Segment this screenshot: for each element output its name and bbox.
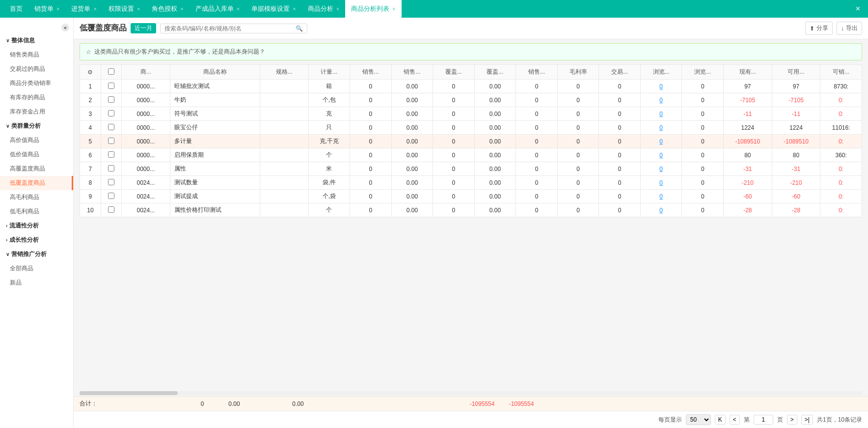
nav-item-产成品入库单[interactable]: 产成品入库单×: [190, 0, 245, 18]
cell-1[interactable]: [101, 203, 121, 217]
col-header-10[interactable]: 销售...: [516, 65, 558, 80]
cell-13[interactable]: 0: [640, 148, 682, 162]
cell-13[interactable]: 0: [640, 121, 682, 135]
row-checkbox[interactable]: [108, 83, 114, 89]
search-icon[interactable]: 🔍: [296, 25, 303, 32]
cell-1[interactable]: [101, 135, 121, 148]
cell-13[interactable]: 0: [640, 80, 682, 93]
nav-item-商品分析列表[interactable]: 商品分析列表×: [345, 0, 401, 18]
horizontal-scrollbar[interactable]: [80, 391, 862, 395]
sidebar-item-高价值商品[interactable]: 高价值商品: [0, 133, 73, 147]
col-header-5[interactable]: 计量...: [308, 65, 350, 80]
nav-item-单据模板设置[interactable]: 单据模板设置×: [245, 0, 301, 18]
nav-close-icon[interactable]: ×: [180, 6, 183, 12]
settings-icon[interactable]: ⚙: [87, 69, 93, 76]
cell-1[interactable]: [101, 93, 121, 107]
sidebar-section-营销推广分析[interactable]: ∨营销推广分析: [0, 247, 73, 261]
col-header-12[interactable]: 交易...: [599, 65, 641, 80]
cell-1[interactable]: [101, 107, 121, 121]
nav-close-icon[interactable]: ×: [237, 6, 240, 12]
next-page-button[interactable]: >: [787, 415, 797, 425]
row-checkbox[interactable]: [108, 179, 114, 185]
row-checkbox[interactable]: [108, 165, 114, 171]
cell-1[interactable]: [101, 176, 121, 190]
col-header-13[interactable]: 浏览...: [640, 65, 682, 80]
col-header-4[interactable]: 规格...: [260, 65, 308, 80]
nav-close-icon[interactable]: ×: [137, 6, 140, 12]
row-checkbox[interactable]: [108, 124, 114, 130]
col-header-3[interactable]: 商品名称: [170, 65, 260, 80]
col-header-15[interactable]: 现有...: [724, 65, 772, 80]
nav-item-进货单[interactable]: 进货单×: [65, 0, 102, 18]
row-checkbox[interactable]: [108, 110, 114, 116]
row-checkbox[interactable]: [108, 138, 114, 144]
col-header-17[interactable]: 可销...: [820, 65, 862, 80]
col-header-8[interactable]: 覆盖...: [433, 65, 475, 80]
sidebar-item-交易过的商品[interactable]: 交易过的商品: [0, 62, 73, 76]
cell-1[interactable]: [101, 148, 121, 162]
sidebar-section-整体信息[interactable]: ∨整体信息: [0, 33, 73, 48]
nav-close-icon[interactable]: ×: [93, 6, 96, 12]
cell-1[interactable]: [101, 80, 121, 93]
sidebar-item-高覆盖度商品[interactable]: 高覆盖度商品: [0, 162, 73, 176]
row-checkbox[interactable]: [108, 96, 114, 103]
nav-close-icon[interactable]: ×: [392, 6, 395, 12]
export-button[interactable]: ↓ 导出: [837, 22, 862, 35]
per-page-select[interactable]: 5020100: [686, 414, 711, 425]
col-header-16[interactable]: 可用...: [772, 65, 820, 80]
nav-item-首页[interactable]: 首页: [4, 0, 28, 18]
scrollbar-thumb[interactable]: [80, 391, 178, 395]
row-checkbox[interactable]: [108, 151, 114, 158]
cell-13[interactable]: 0: [640, 176, 682, 190]
col-header-9[interactable]: 覆盖...: [474, 65, 516, 80]
cell-13[interactable]: 0: [640, 190, 682, 203]
col-header-6[interactable]: 销售...: [350, 65, 392, 80]
window-close-button[interactable]: ×: [852, 4, 864, 13]
nav-close-icon[interactable]: ×: [56, 6, 59, 12]
sidebar-item-新品[interactable]: 新品: [0, 276, 73, 290]
sidebar-item-低毛利商品[interactable]: 低毛利商品: [0, 204, 73, 219]
cell-13[interactable]: 0: [640, 203, 682, 217]
nav-close-icon[interactable]: ×: [336, 6, 339, 12]
col-header-1[interactable]: [101, 65, 121, 80]
cell-1[interactable]: [101, 190, 121, 203]
sidebar-item-商品分类动销率[interactable]: 商品分类动销率: [0, 76, 73, 90]
first-page-button[interactable]: K: [715, 415, 726, 425]
row-checkbox[interactable]: [108, 193, 114, 199]
col-header-7[interactable]: 销售...: [391, 65, 433, 80]
nav-close-icon[interactable]: ×: [293, 6, 296, 12]
page-number-input[interactable]: [754, 415, 773, 425]
share-button[interactable]: ⬆ 分享: [805, 22, 833, 35]
row-checkbox[interactable]: [108, 206, 114, 213]
sidebar-item-销售类商品[interactable]: 销售类商品: [0, 48, 73, 62]
prev-page-button[interactable]: <: [730, 415, 740, 425]
sidebar-item-低覆盖度商品[interactable]: 低覆盖度商品: [0, 176, 73, 190]
cell-1[interactable]: [101, 121, 121, 135]
sidebar-item-低价值商品[interactable]: 低价值商品: [0, 147, 73, 162]
nav-item-角色授权[interactable]: 角色授权×: [146, 0, 189, 18]
sidebar-section-成长性分析[interactable]: ›成长性分析: [0, 233, 73, 247]
cell-13[interactable]: 0: [640, 93, 682, 107]
cell-13[interactable]: 0: [640, 107, 682, 121]
nav-item-权限设置[interactable]: 权限设置×: [103, 0, 146, 18]
sidebar-collapse-button[interactable]: «: [61, 24, 69, 31]
cell-13[interactable]: 0: [640, 162, 682, 176]
col-header-0[interactable]: ⚙: [80, 65, 101, 80]
sidebar-item-全部商品[interactable]: 全部商品: [0, 261, 73, 276]
sidebar-item-有库存的商品[interactable]: 有库存的商品: [0, 90, 73, 105]
col-header-14[interactable]: 浏览...: [682, 65, 724, 80]
cell-1[interactable]: [101, 162, 121, 176]
nav-item-商品分析[interactable]: 商品分析×: [302, 0, 345, 18]
table-container[interactable]: ⚙商...商品名称规格...计量...销售...销售...覆盖...覆盖...销…: [74, 64, 868, 390]
time-filter-tag[interactable]: 近一月: [131, 23, 156, 33]
sidebar-item-库存资金占用[interactable]: 库存资金占用: [0, 105, 73, 119]
search-input[interactable]: [164, 25, 296, 32]
sidebar-section-类群量分析[interactable]: ∨类群量分析: [0, 119, 73, 133]
sidebar-item-高毛利商品[interactable]: 高毛利商品: [0, 190, 73, 204]
col-header-11[interactable]: 毛利率: [557, 65, 599, 80]
sidebar-section-流通性分析[interactable]: ›流通性分析: [0, 219, 73, 233]
cell-13[interactable]: 0: [640, 135, 682, 148]
last-page-button[interactable]: >|: [801, 415, 813, 425]
select-all-checkbox[interactable]: [108, 68, 114, 75]
col-header-2[interactable]: 商...: [122, 65, 170, 80]
